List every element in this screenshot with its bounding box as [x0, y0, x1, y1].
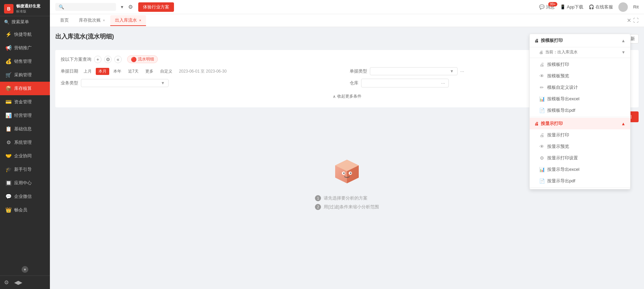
- filter-sub-tag: 🔴 流水明细: [127, 55, 158, 63]
- date-btn-more[interactable]: 更多: [143, 68, 156, 75]
- filter-settings-btn[interactable]: ⚙: [104, 56, 112, 63]
- window-close-icon[interactable]: ✕: [627, 17, 631, 24]
- print-dropdown-panel: 🖨 按模板打印 ▲ 🖨 当前：出入库流水 ▼ 🖨 按模板打印 👁 按模板预览 ✏…: [529, 34, 631, 189]
- sidebar-item-wechat[interactable]: 💬 企业微信: [0, 190, 50, 203]
- date-btn-7days[interactable]: 近7天: [125, 68, 141, 75]
- header-settings-icon[interactable]: ⚙: [128, 4, 133, 10]
- biz-type-field: 业务类型 ▼: [61, 79, 344, 87]
- dropdown-footer-item[interactable]: ⚙ 设置默认功能 ▼: [530, 188, 630, 189]
- empty-step-2: 2 用[过滤]条件来缩小分析范围: [315, 203, 379, 211]
- filter-add-btn[interactable]: +: [94, 56, 101, 63]
- finance-icon: 💳: [5, 99, 11, 105]
- date-range-text: 2023-06-01 至 2023-06-30: [179, 69, 227, 74]
- dropdown-scroll-area: 🖨 当前：出入库流水 ▼ 🖨 按模板打印 👁 按模板预览 ✏ 模板自定义设计 📊…: [530, 47, 630, 189]
- header-dropdown-arrow[interactable]: ▼: [120, 5, 124, 9]
- dropdown-item-display-preview[interactable]: 👁 按显示预览: [530, 141, 630, 152]
- display-print-icon: 🖨: [539, 132, 545, 138]
- display-group-collapse-icon: ▲: [621, 121, 625, 126]
- biz-type-select[interactable]: ▼: [81, 79, 169, 87]
- dropdown-item-display-excel[interactable]: 📊 按显示导出excel: [530, 164, 630, 175]
- bill-type-select[interactable]: ▼: [370, 67, 458, 75]
- dropdown-item-template-print[interactable]: 🖨 按模板打印: [530, 59, 630, 70]
- sidebar-item-inventory[interactable]: 📦 库存核算: [0, 82, 50, 95]
- bill-type-arrow: ▼: [450, 69, 454, 74]
- sidebar-item-sales[interactable]: 💰 销售管理: [0, 55, 50, 68]
- top-header: 🔍 ▼ ⚙ 体验行业方案 💬 消息 99+ 📱 App下载 🎧 在: [50, 0, 644, 14]
- sidebar-scroll-down[interactable]: ▼: [22, 266, 28, 273]
- user-avatar[interactable]: [618, 2, 628, 12]
- svg-point-5: [343, 173, 345, 174]
- date-field: 单据日期 上月 本月 本年 近7天 更多 自定义 2023-06-01 至 20…: [61, 68, 344, 75]
- tab-close-inventory-batch[interactable]: ×: [103, 18, 105, 22]
- window-expand-icon[interactable]: ⛶: [633, 18, 639, 24]
- messages-action[interactable]: 💬 消息 99+: [539, 4, 555, 10]
- display-preview-icon: 👁: [539, 144, 545, 149]
- marketing-icon: 📢: [5, 45, 11, 51]
- sidebar: B 畅捷通好生意 标准版 🔍 搜索菜单 ⚡ 快捷导航 📢 营销推广 💰 销售管理: [0, 0, 50, 289]
- headset-icon: 🎧: [589, 4, 594, 9]
- dropdown-item-display-print[interactable]: 🖨 按显示打印: [530, 129, 630, 141]
- sidebar-nav: ⚡ 快捷导航 📢 营销推广 💰 销售管理 🛒 采购管理 📦 库存核算 💳: [0, 28, 50, 263]
- date-btn-this-year[interactable]: 本年: [111, 68, 124, 75]
- operation-icon: 📊: [5, 112, 11, 119]
- sidebar-item-enterprise[interactable]: 🤝 企业协同: [0, 149, 50, 163]
- app-download-action[interactable]: 📱 App下载: [560, 4, 583, 10]
- header-search-input[interactable]: [66, 5, 100, 9]
- current-icon: 🖨: [539, 50, 543, 55]
- bill-type-more[interactable]: ···: [460, 69, 464, 74]
- dropdown-item-template-excel[interactable]: 📊 按模板导出excel: [530, 93, 630, 105]
- online-service-action[interactable]: 🎧 在线客服: [589, 4, 613, 10]
- app-center-icon: 🔲: [5, 180, 11, 186]
- tab-inout-flow[interactable]: 出入库流水 ×: [110, 15, 146, 26]
- sidebar-item-operation[interactable]: 📊 经营管理: [0, 109, 50, 122]
- page-title: 出入库流水(流水明细): [55, 32, 114, 41]
- sidebar-footer: ⚙ ◀▶: [0, 275, 50, 289]
- header-search-box[interactable]: 🔍: [55, 3, 116, 11]
- divider-2: [530, 117, 630, 117]
- warehouse-select[interactable]: ···: [361, 79, 449, 87]
- dropdown-header: 🖨 按模板打印 ▲: [530, 34, 630, 47]
- biz-type-arrow: ▼: [161, 81, 165, 85]
- tab-close-inout-flow[interactable]: ×: [139, 18, 141, 22]
- template-preview-icon: 👁: [539, 73, 545, 79]
- dropdown-item-template-pdf[interactable]: 📄 按模板导出pdf: [530, 105, 630, 116]
- dropdown-item-template-preview[interactable]: 👁 按模板预览: [530, 70, 630, 82]
- footer-settings-icon[interactable]: ⚙: [4, 279, 9, 286]
- sidebar-item-member[interactable]: 👑 畅会员: [0, 203, 50, 217]
- dropdown-item-template-design[interactable]: ✏ 模板自定义设计: [530, 82, 630, 93]
- filter-collapse-btn[interactable]: «: [114, 56, 122, 63]
- collapse-icon: ∧: [333, 94, 336, 99]
- sidebar-item-purchase[interactable]: 🛒 采购管理: [0, 68, 50, 82]
- sidebar-item-base[interactable]: 📋 基础信息: [0, 122, 50, 136]
- sidebar-item-app-center[interactable]: 🔲 应用中心: [0, 176, 50, 190]
- tab-inventory-batch[interactable]: 库存批次账 ×: [74, 15, 110, 26]
- messages-badge: 99+: [548, 2, 557, 6]
- trial-btn[interactable]: 体验行业方案: [138, 2, 174, 12]
- tab-home[interactable]: 首页: [55, 15, 74, 26]
- template-excel-icon: 📊: [539, 96, 545, 102]
- dropdown-item-display-pdf[interactable]: 📄 按显示导出pdf: [530, 175, 630, 187]
- dropdown-scroll-up-btn[interactable]: ▲: [621, 38, 625, 43]
- logo-text: 畅捷通好生意 标准版: [16, 3, 40, 14]
- app-download-icon: 📱: [560, 4, 565, 9]
- svg-point-6: [350, 173, 351, 174]
- search-icon: 🔍: [4, 20, 9, 25]
- sidebar-item-quick-nav[interactable]: ⚡ 快捷导航: [0, 28, 50, 41]
- display-pdf-icon: 📄: [539, 178, 545, 184]
- sidebar-item-finance[interactable]: 💳 资金管理: [0, 95, 50, 109]
- quick-nav-icon: ⚡: [5, 31, 11, 37]
- date-btn-this-month[interactable]: 本月: [96, 68, 109, 75]
- sidebar-item-guide[interactable]: 🎓 新手引导: [0, 163, 50, 176]
- dropdown-current-item[interactable]: 🖨 当前：出入库流水 ▼: [530, 47, 630, 57]
- sidebar-item-system[interactable]: ⚙ 系统管理: [0, 136, 50, 149]
- date-btn-custom[interactable]: 自定义: [157, 68, 175, 75]
- sidebar-search[interactable]: 🔍 搜索菜单: [0, 16, 50, 28]
- divider-3: [530, 187, 630, 188]
- sidebar-item-marketing[interactable]: 📢 营销推广: [0, 41, 50, 55]
- date-btn-last-month[interactable]: 上月: [81, 68, 94, 75]
- guide-icon: 🎓: [5, 166, 11, 173]
- footer-collapse-icon[interactable]: ◀▶: [14, 279, 22, 286]
- dropdown-item-display-settings[interactable]: ⚙ 按显示打印设置: [530, 152, 630, 164]
- warehouse-more[interactable]: ···: [441, 80, 445, 86]
- display-group-header[interactable]: 🖨 按显示打印 ▲: [530, 118, 630, 129]
